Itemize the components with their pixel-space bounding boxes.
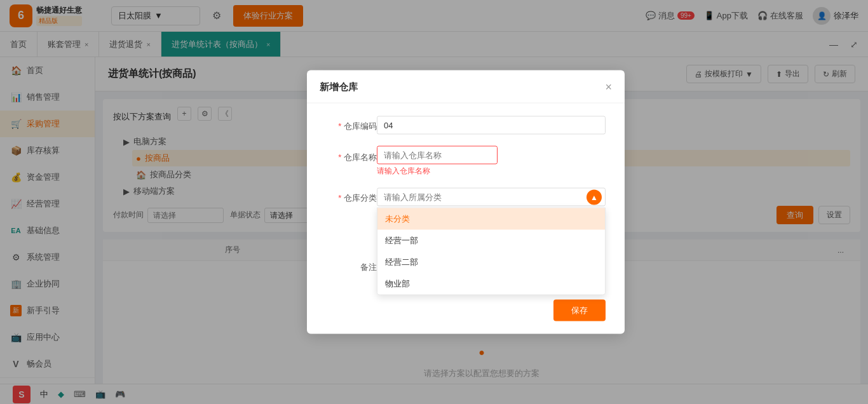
save-button[interactable]: 保存	[553, 300, 606, 321]
dropdown-item-ops2[interactable]: 经营二部	[377, 252, 605, 273]
name-row-inner: * 仓库名称	[326, 146, 498, 165]
dropdown-item-property[interactable]: 物业部	[377, 273, 605, 295]
note-label: 备注	[326, 257, 377, 273]
category-form-row: * 仓库分类 ▲ 未分类 经营一部 经营二部 物业部	[326, 188, 606, 206]
dropdown-item-uncategorized[interactable]: 未分类	[377, 208, 605, 230]
category-required-mark: *	[338, 193, 341, 203]
modal-title: 新增仓库	[320, 81, 358, 93]
category-label: * 仓库分类	[326, 188, 377, 204]
modal-header: 新增仓库 ×	[307, 71, 625, 104]
code-input[interactable]	[377, 116, 606, 135]
name-error-message: 请输入仓库名称	[377, 166, 430, 177]
name-error-row: 请输入仓库名称	[326, 165, 430, 177]
name-label: * 仓库名称	[326, 147, 377, 163]
code-label: * 仓库编码	[326, 116, 377, 132]
dropdown-item-ops1[interactable]: 经营一部	[377, 230, 605, 252]
modal-footer: 保存	[307, 293, 625, 321]
category-dropdown: 未分类 经营一部 经营二部 物业部	[377, 208, 606, 295]
name-required-mark: *	[338, 152, 341, 162]
code-required-mark: *	[338, 121, 341, 131]
name-input[interactable]	[377, 146, 498, 165]
category-field: ▲ 未分类 经营一部 经营二部 物业部	[377, 188, 606, 206]
name-form-row: * 仓库名称 请输入仓库名称	[326, 146, 606, 177]
warehouse-modal: 新增仓库 × * 仓库编码 * 仓库名称 请输入仓库名称	[307, 71, 625, 334]
code-form-row: * 仓库编码	[326, 116, 606, 135]
modal-body: * 仓库编码 * 仓库名称 请输入仓库名称 * 仓库分类	[307, 104, 625, 293]
chevron-up-icon: ▲	[590, 192, 598, 201]
category-toggle-button[interactable]: ▲	[587, 189, 602, 205]
modal-close-icon[interactable]: ×	[605, 81, 612, 94]
category-input[interactable]	[377, 188, 606, 206]
